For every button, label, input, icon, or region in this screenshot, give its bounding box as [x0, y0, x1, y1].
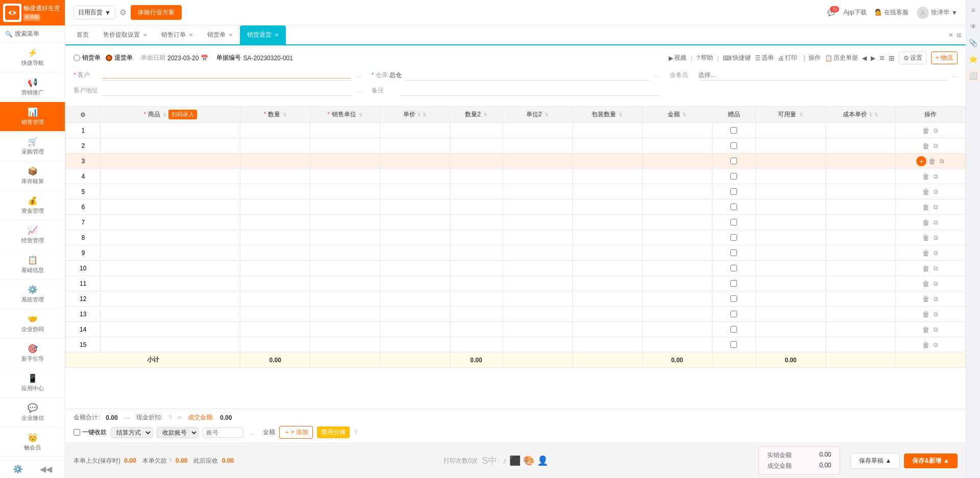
row-qty2[interactable] [450, 322, 503, 337]
sidebar-item-shortcut[interactable]: ⚡ 快捷导航 [0, 43, 65, 72]
row-price[interactable] [380, 261, 450, 276]
operate-btn[interactable]: ⋮ 操作 [801, 54, 821, 62]
sidebar-item-system[interactable]: ⚙️ 系统管理 [0, 280, 65, 309]
qty-input[interactable] [242, 249, 308, 257]
row-gift[interactable] [712, 322, 756, 337]
row-copy-btn[interactable]: ⧉ [934, 280, 938, 287]
row-qty[interactable] [240, 123, 310, 138]
qty-input[interactable] [242, 234, 308, 241]
row-qty2[interactable] [450, 337, 503, 353]
app-download-link[interactable]: App下载 [843, 8, 866, 17]
row-goods[interactable] [101, 276, 240, 291]
row-qty[interactable] [240, 322, 310, 337]
row-price[interactable] [380, 230, 450, 245]
row-qty[interactable] [240, 154, 310, 169]
row-qty2[interactable] [450, 154, 503, 169]
row-qty2[interactable] [450, 261, 503, 276]
row-unit2[interactable] [502, 199, 572, 215]
tab-close-sales-order[interactable]: ✕ [189, 32, 193, 38]
row-gift[interactable] [712, 123, 756, 138]
tab-close-all-icon[interactable]: ✕ [948, 32, 953, 39]
row-amount[interactable] [642, 261, 712, 276]
customer-input[interactable] [102, 71, 351, 79]
tab-expand-icon[interactable]: ⊞ [957, 32, 962, 39]
row-amount[interactable] [642, 138, 712, 154]
radio-sale[interactable]: 销货单 [74, 54, 101, 62]
qty-input[interactable] [242, 265, 308, 272]
row-unit[interactable] [310, 138, 380, 154]
row-amount[interactable] [642, 215, 712, 230]
row-delete-btn[interactable]: 🗑 [922, 310, 929, 318]
row-unit2[interactable] [502, 307, 572, 322]
tab-sales-order[interactable]: 销售订单 ✕ [154, 26, 200, 45]
row-copy-btn[interactable]: ⧉ [934, 127, 938, 134]
credit-help-icon[interactable]: ? [168, 457, 172, 464]
row-unit2[interactable] [502, 291, 572, 307]
row-qty[interactable] [240, 169, 310, 184]
tab-close-price-setting[interactable]: ✕ [143, 32, 147, 38]
experience-btn[interactable]: 体验行业方案 [131, 5, 182, 20]
account-select[interactable]: 收款账号 [157, 427, 199, 438]
online-service-link[interactable]: 💁 在线客服 [875, 8, 909, 17]
row-qty[interactable] [240, 261, 310, 276]
gift-checkbox[interactable] [730, 142, 737, 149]
row-amount[interactable] [642, 199, 712, 215]
sidebar-settings-icon[interactable]: ⚙️ [13, 464, 23, 474]
row-price[interactable] [380, 215, 450, 230]
right-panel-icon-3[interactable]: 📎 [967, 37, 979, 49]
row-qty2[interactable] [450, 215, 503, 230]
qty-input[interactable] [242, 311, 308, 318]
sidebar-item-basic[interactable]: 📋 基础信息 [0, 250, 65, 280]
qty-input[interactable] [242, 341, 308, 348]
add-logistics-btn[interactable]: + 物流 [931, 52, 958, 64]
add-payment-btn[interactable]: ＋ + 添加 [279, 426, 313, 439]
radio-sale-input[interactable] [74, 55, 80, 61]
fee-split-btn[interactable]: 费用分摊 [317, 426, 350, 438]
address-input[interactable] [102, 87, 351, 94]
sidebar-item-purchase[interactable]: 🛒 采购管理 [0, 132, 65, 161]
row-qty2[interactable] [450, 307, 503, 322]
row-qty[interactable] [240, 215, 310, 230]
row-pkg[interactable] [572, 261, 642, 276]
staff-more-btn[interactable]: ... [952, 71, 958, 79]
row-delete-btn[interactable]: 🗑 [922, 172, 929, 181]
tab-sales-bill[interactable]: 销货单 ✕ [200, 26, 240, 45]
row-unit2[interactable] [502, 337, 572, 353]
row-goods[interactable] [101, 337, 240, 353]
row-qty2[interactable] [450, 169, 503, 184]
message-btn[interactable]: 💬 70 [827, 9, 835, 16]
tab-home[interactable]: 首页 [69, 26, 96, 45]
gift-checkbox[interactable] [730, 234, 737, 241]
user-menu[interactable]: 人 徐泽华 ▼ [917, 7, 958, 19]
row-goods[interactable] [101, 322, 240, 337]
history-btn[interactable]: 📋 历史单据 [825, 54, 858, 62]
row-unit2[interactable] [502, 123, 572, 138]
row-gift[interactable] [712, 184, 756, 199]
row-delete-btn[interactable]: 🗑 [922, 127, 929, 135]
row-unit[interactable] [310, 169, 380, 184]
right-panel-icon-2[interactable]: 👁 [968, 20, 979, 33]
row-gift[interactable] [712, 261, 756, 276]
row-price[interactable] [380, 276, 450, 291]
row-unit[interactable] [310, 307, 380, 322]
row-copy-btn[interactable]: ⧉ [934, 173, 938, 180]
video-btn[interactable]: ▶ 视频 [669, 54, 687, 62]
gift-checkbox[interactable] [730, 265, 737, 271]
row-price[interactable] [380, 184, 450, 199]
sidebar-item-app[interactable]: 📱 应用中心 [0, 368, 65, 398]
row-copy-btn[interactable]: ⧉ [934, 265, 938, 272]
customer-more-btn[interactable]: ... [356, 71, 361, 79]
row-qty2[interactable] [450, 199, 503, 215]
row-unit2[interactable] [502, 276, 572, 291]
row-unit[interactable] [310, 184, 380, 199]
tab-close-sales-bill[interactable]: ✕ [229, 32, 233, 38]
radio-return-input[interactable] [106, 55, 112, 61]
row-qty[interactable] [240, 138, 310, 154]
qty-input[interactable] [242, 204, 308, 211]
address-more-btn[interactable]: ... [356, 87, 361, 94]
warehouse-more-btn[interactable]: ... [654, 71, 659, 79]
row-copy-btn[interactable]: ⧉ [934, 295, 938, 303]
right-panel-icon-4[interactable]: ⭐ [967, 53, 979, 65]
row-qty[interactable] [240, 307, 310, 322]
row-delete-btn[interactable]: 🗑 [922, 280, 929, 288]
